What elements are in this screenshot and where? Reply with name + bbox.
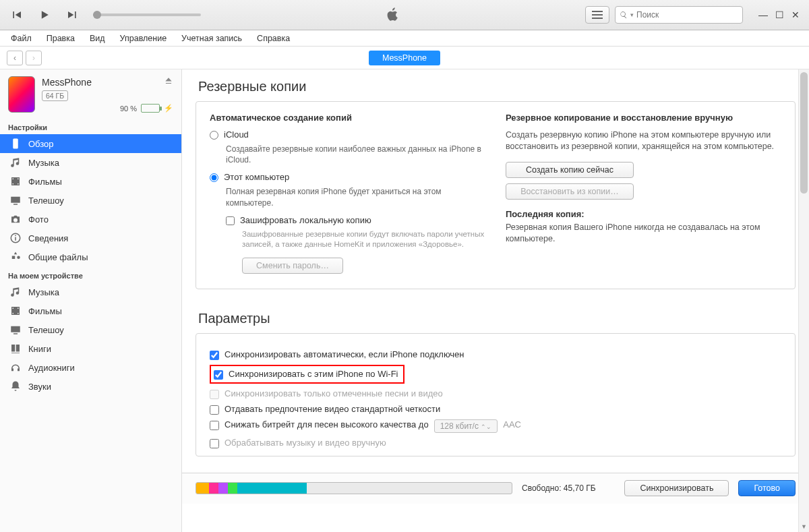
opt-auto-sync[interactable]: Синхронизировать автоматически, если iPh…	[210, 349, 781, 360]
menu-edit[interactable]: Правка	[40, 32, 82, 45]
encrypt-label: Зашифровать локальную копию	[240, 215, 371, 225]
radio-icloud[interactable]: iCloud	[210, 129, 485, 140]
checkbox-checked-only[interactable]	[210, 390, 219, 399]
bitrate-select[interactable]: 128 кбит/с ⌃⌄	[434, 419, 498, 433]
main-content: Резервные копии Автоматическое создание …	[182, 69, 809, 532]
device-breadcrumb-pill[interactable]: MessPhone	[369, 51, 440, 65]
sidebar-item-info[interactable]: Сведения	[0, 229, 181, 247]
sidebar-item-label: Музыка	[28, 287, 59, 297]
search-field[interactable]: ▾	[615, 6, 743, 24]
last-copy-text: Резервная копия Вашего iPhone никогда не…	[506, 222, 781, 245]
sidebar-item-device-audiobooks[interactable]: Аудиокниги	[0, 358, 181, 377]
checkbox-wifi-sync[interactable]	[214, 370, 223, 380]
menu-help[interactable]: Справка	[250, 32, 297, 45]
opt-label: Обрабатывать музыку и видео вручную	[224, 438, 386, 448]
checkbox-bitrate[interactable]	[210, 421, 219, 430]
tv-icon	[9, 194, 22, 206]
sidebar-item-device-music[interactable]: Музыка	[0, 283, 181, 301]
opt-checked-only[interactable]: Синхронизировать только отмеченные песни…	[210, 388, 781, 399]
player-toolbar: ▾ — ☐ ✕	[0, 0, 809, 30]
menu-controls[interactable]: Управление	[113, 32, 174, 45]
maximize-button[interactable]: ☐	[773, 9, 786, 21]
sidebar-item-label: Телешоу	[28, 196, 64, 206]
opt-label: Снижать битрейт для песен высокого качес…	[224, 419, 429, 430]
sidebar-item-label: Фото	[28, 214, 49, 225]
backups-panel: Автоматическое создание копий iCloud Соз…	[196, 101, 796, 289]
sidebar-item-music[interactable]: Музыка	[0, 153, 181, 172]
nav-back-button[interactable]: ‹	[7, 51, 23, 65]
opt-label: Синхронизировать автоматически, если iPh…	[224, 349, 465, 359]
search-input[interactable]	[636, 10, 738, 20]
device-thumb-icon	[8, 76, 35, 113]
battery-icon	[141, 104, 160, 113]
radio-icloud-input[interactable]	[210, 131, 218, 140]
radio-thispc[interactable]: Этот компьютер	[210, 172, 485, 182]
sidebar-item-movies[interactable]: Фильмы	[0, 172, 181, 191]
checkbox-manual-manage[interactable]	[210, 439, 219, 448]
scroll-thumb[interactable]	[800, 72, 808, 194]
sidebar-item-overview[interactable]: Обзор	[0, 134, 181, 153]
info-icon	[9, 232, 22, 244]
encrypt-checkbox[interactable]	[226, 216, 235, 225]
backups-heading: Резервные копии	[182, 69, 809, 101]
prev-button[interactable]	[7, 5, 28, 24]
sidebar-item-device-tones[interactable]: Звуки	[0, 377, 181, 396]
music-icon	[9, 156, 22, 169]
nav-forward-button[interactable]: ›	[26, 51, 42, 65]
opt-label: Синхронизировать с этим iPhone по Wi-Fi	[229, 369, 398, 379]
battery-percent: 90 %	[120, 105, 137, 113]
minimize-button[interactable]: —	[756, 9, 770, 21]
opt-manual-manage[interactable]: Обрабатывать музыку и видео вручную	[210, 438, 781, 448]
checkbox-auto-sync[interactable]	[210, 351, 219, 360]
play-button[interactable]	[34, 5, 55, 24]
sidebar: MessPhone 64 ГБ 90 % ⚡ Настройки Обзор М…	[0, 69, 182, 532]
menu-file[interactable]: Файл	[4, 32, 38, 45]
apple-logo-icon	[386, 7, 400, 24]
window-controls: — ☐ ✕	[756, 9, 802, 21]
radio-thispc-input[interactable]	[210, 173, 218, 182]
volume-slider[interactable]	[93, 13, 201, 16]
sidebar-section-settings: Настройки	[0, 118, 181, 134]
sidebar-item-label: Сведения	[28, 233, 68, 243]
change-password-button[interactable]: Сменить пароль…	[242, 258, 343, 274]
encrypt-note: Зашифрованные резервные копии будут вклю…	[242, 229, 485, 249]
opt-wifi-sync[interactable]: Синхронизировать с этим iPhone по Wi-Fi	[210, 365, 781, 384]
close-button[interactable]: ✕	[789, 9, 802, 21]
sidebar-item-photos[interactable]: Фото	[0, 210, 181, 229]
encrypt-checkbox-row[interactable]: Зашифровать локальную копию	[226, 215, 485, 225]
checkbox-sd-video[interactable]	[210, 405, 219, 415]
sync-button[interactable]: Синхронизировать	[624, 480, 729, 496]
breadcrumb-bar: ‹ › MessPhone	[0, 47, 809, 69]
params-heading: Параметры	[182, 301, 809, 333]
wifi-sync-highlight: Синхронизировать с этим iPhone по Wi-Fi	[210, 365, 404, 384]
sidebar-item-tvshows[interactable]: Телешоу	[0, 191, 181, 210]
eject-icon[interactable]	[164, 76, 173, 88]
scroll-down-icon[interactable]: ▼	[799, 521, 809, 532]
backup-now-button[interactable]: Создать копию сейчас	[506, 162, 634, 178]
sidebar-item-device-books[interactable]: Книги	[0, 339, 181, 358]
camera-icon	[9, 213, 22, 225]
queue-button[interactable]	[585, 6, 609, 24]
next-button[interactable]	[61, 5, 82, 24]
sidebar-item-label: Обзор	[28, 139, 54, 149]
capacity-bar	[196, 482, 512, 494]
sidebar-item-device-tvshows[interactable]: Телешоу	[0, 320, 181, 339]
opt-sd-video[interactable]: Отдавать предпочтение видео стандартной …	[210, 404, 781, 415]
radio-thispc-label: Этот компьютер	[224, 172, 289, 182]
opt-label: Отдавать предпочтение видео стандартной …	[224, 404, 440, 414]
bitrate-codec: AAC	[503, 419, 521, 430]
sidebar-item-shared-files[interactable]: Общие файлы	[0, 247, 181, 266]
svg-rect-2	[15, 237, 16, 241]
params-panel: Синхронизировать автоматически, если iPh…	[196, 333, 796, 456]
restore-button[interactable]: Восстановить из копии…	[506, 183, 634, 200]
menu-view[interactable]: Вид	[83, 32, 112, 45]
opt-bitrate[interactable]: Снижать битрейт для песен высокого качес…	[210, 419, 781, 433]
free-space-label: Свободно: 45,70 ГБ	[522, 483, 596, 493]
sidebar-item-label: Фильмы	[28, 306, 62, 316]
sidebar-item-label: Звуки	[28, 382, 51, 392]
done-button[interactable]: Готово	[738, 480, 796, 496]
menu-account[interactable]: Учетная запись	[175, 32, 249, 45]
sidebar-item-device-movies[interactable]: Фильмы	[0, 301, 181, 320]
vertical-scrollbar[interactable]: ▲ ▼	[798, 69, 809, 532]
svg-rect-0	[13, 139, 18, 149]
